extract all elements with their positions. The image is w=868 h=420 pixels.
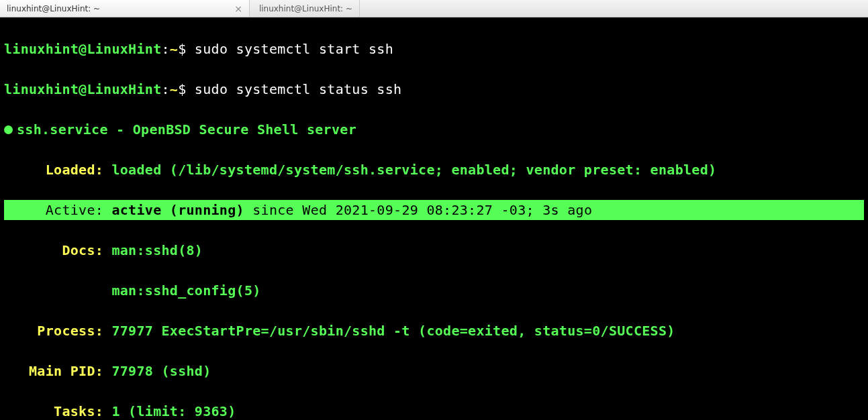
service-name: ssh.service - OpenBSD Secure Shell serve… xyxy=(17,121,356,138)
loaded-label: Loaded: xyxy=(4,162,111,178)
close-icon[interactable]: × xyxy=(234,3,242,14)
prompt-userhost: linuxhint@LinuxHint xyxy=(4,41,161,57)
prompt-colon: : xyxy=(161,81,169,97)
prompt-colon: : xyxy=(161,41,169,57)
prompt-userhost: linuxhint@LinuxHint xyxy=(4,81,161,97)
docs-label: Docs: xyxy=(4,242,111,258)
active-since: since Wed 2021-09-29 08:23:27 -03; 3s ag… xyxy=(244,202,592,218)
service-header: ssh.service - OpenBSD Secure Shell serve… xyxy=(4,119,864,140)
docs-line-2: man:sshd_config(5) xyxy=(4,280,864,301)
active-label: Active: xyxy=(4,202,111,218)
docs-line: Docs: man:sshd(8) xyxy=(4,240,864,260)
mainpid-label: Main PID: xyxy=(4,363,111,379)
terminal-output[interactable]: linuxhint@LinuxHint:~$ sudo systemctl st… xyxy=(0,17,868,420)
mainpid-line: Main PID: 77978 (sshd) xyxy=(4,361,864,381)
tasks-line: Tasks: 1 (limit: 9363) xyxy=(4,401,864,420)
prompt-dollar: $ xyxy=(178,81,186,97)
prompt-line: linuxhint@LinuxHint:~$ sudo systemctl st… xyxy=(4,39,864,59)
tasks-label: Tasks: xyxy=(4,403,111,419)
command-text: sudo systemctl start ssh xyxy=(195,41,393,57)
tab-bar: linuxhint@LinuxHint: ~ × linuxhint@Linux… xyxy=(0,0,868,17)
process-value: 77977 ExecStartPre=/usr/sbin/sshd -t (co… xyxy=(111,323,675,339)
loaded-line: Loaded: loaded (/lib/systemd/system/ssh.… xyxy=(4,160,864,180)
docs-value: man:sshd(8) xyxy=(111,242,203,258)
prompt-dollar: $ xyxy=(178,41,186,57)
tasks-value: 1 (limit: 9363) xyxy=(111,403,236,419)
terminal-tab-1[interactable]: linuxhint@LinuxHint: ~ × xyxy=(0,0,250,17)
loaded-value: loaded (/lib/systemd/system/ssh.service;… xyxy=(111,162,716,178)
prompt-path: ~ xyxy=(170,81,178,97)
command-text: sudo systemctl status ssh xyxy=(195,81,402,97)
status-dot-icon xyxy=(4,125,13,134)
tab-title: linuxhint@LinuxHint: ~ xyxy=(259,4,352,13)
active-status: active (running) xyxy=(111,202,244,218)
prompt-path: ~ xyxy=(170,41,178,57)
prompt-line: linuxhint@LinuxHint:~$ sudo systemctl st… xyxy=(4,79,864,99)
process-label: Process: xyxy=(4,323,111,339)
mainpid-value: 77978 (sshd) xyxy=(111,363,211,379)
active-line: Active: active (running) since Wed 2021-… xyxy=(4,200,864,220)
docs-value-2: man:sshd_config(5) xyxy=(4,282,261,299)
terminal-tab-2[interactable]: linuxhint@LinuxHint: ~ xyxy=(250,0,360,17)
tab-title: linuxhint@LinuxHint: ~ xyxy=(7,4,100,13)
process-line: Process: 77977 ExecStartPre=/usr/sbin/ss… xyxy=(4,321,864,341)
